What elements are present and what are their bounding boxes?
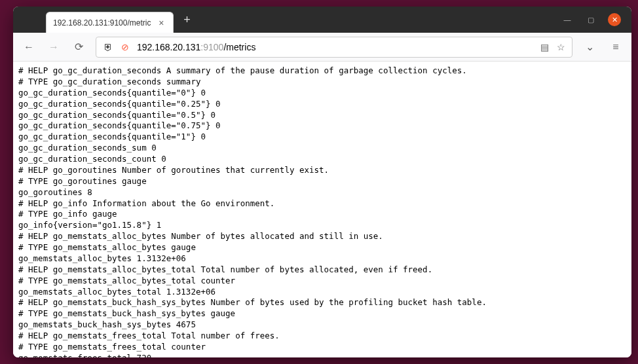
url-bar[interactable]: ⛨ ⊘ 192.168.20.131:9100/metrics ▤ ☆ xyxy=(96,37,572,58)
metrics-output: # HELP go_gc_duration_seconds A summary … xyxy=(18,65,626,357)
forward-button[interactable]: → xyxy=(46,39,62,55)
app-menu-icon[interactable]: ≡ xyxy=(608,39,624,55)
window-controls: — ▢ ✕ xyxy=(561,13,625,26)
new-tab-button[interactable]: + xyxy=(178,10,196,29)
url-host: 192.168.20.131 xyxy=(137,42,200,52)
back-button[interactable]: ← xyxy=(21,39,37,55)
close-tab-icon[interactable]: × xyxy=(156,18,166,28)
titlebar: 192.168.20.131:9100/metric × + — ▢ ✕ xyxy=(13,7,631,33)
toolbar: ← → ⟳ ⛨ ⊘ 192.168.20.131:9100/metrics ▤ … xyxy=(13,33,631,62)
url-actions: ▤ ☆ xyxy=(540,42,565,52)
url-text: 192.168.20.131:9100/metrics xyxy=(137,42,534,52)
bookmark-star-icon[interactable]: ☆ xyxy=(557,42,565,52)
page-content[interactable]: # HELP go_gc_duration_seconds A summary … xyxy=(13,62,631,357)
insecure-lock-icon[interactable]: ⊘ xyxy=(120,42,130,52)
tab-title: 192.168.20.131:9100/metric xyxy=(53,18,151,27)
reload-button[interactable]: ⟳ xyxy=(71,39,86,55)
browser-window: 192.168.20.131:9100/metric × + — ▢ ✕ ← →… xyxy=(13,7,631,357)
tracking-shield-icon[interactable]: ⛨ xyxy=(103,42,113,52)
toolbar-right: ⌄ ≡ xyxy=(582,39,624,55)
url-port: :9100 xyxy=(200,42,223,52)
maximize-button[interactable]: ▢ xyxy=(584,13,597,26)
url-path: /metrics xyxy=(223,42,255,52)
browser-tab[interactable]: 192.168.20.131:9100/metric × xyxy=(46,12,174,33)
close-window-button[interactable]: ✕ xyxy=(608,13,621,26)
pocket-icon[interactable]: ⌄ xyxy=(582,39,597,55)
minimize-button[interactable]: — xyxy=(561,13,574,26)
reader-mode-icon[interactable]: ▤ xyxy=(540,42,549,52)
